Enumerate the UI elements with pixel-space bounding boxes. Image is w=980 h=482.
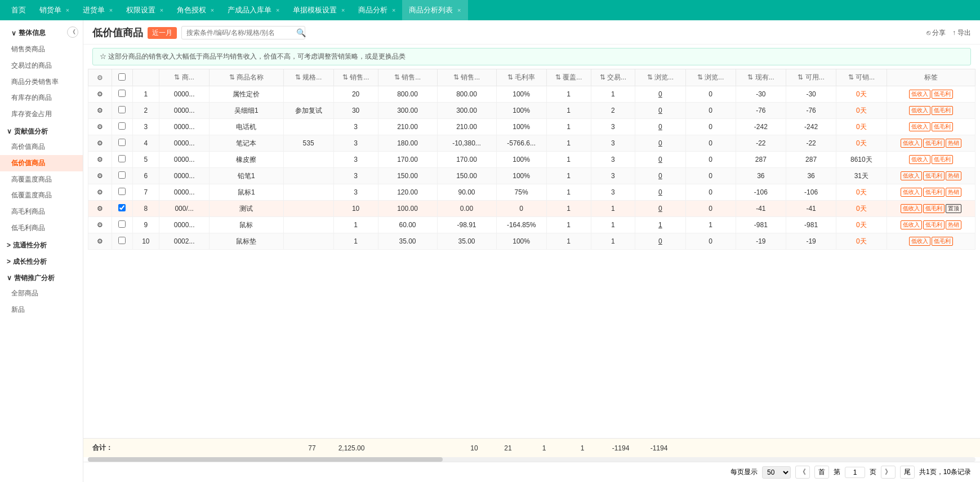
row-gear[interactable]: ⚙ bbox=[88, 168, 112, 184]
search-icon[interactable]: 🔍 bbox=[296, 28, 306, 37]
nav-permission[interactable]: 权限设置 × bbox=[119, 0, 170, 20]
row-checkbox-cell[interactable] bbox=[112, 86, 133, 103]
nav-close-purchase[interactable]: × bbox=[109, 7, 113, 14]
sidebar-group-overall[interactable]: ∨ 整体信息 bbox=[5, 24, 52, 40]
sidebar-item-high-profit[interactable]: 高毛利商品 bbox=[0, 204, 83, 220]
row-gear[interactable]: ⚙ bbox=[88, 217, 112, 233]
nav-close-product[interactable]: × bbox=[276, 7, 279, 14]
browse1-link[interactable]: 1 bbox=[658, 221, 662, 229]
nav-close-sales[interactable]: × bbox=[66, 7, 69, 14]
nav-home[interactable]: 首页 bbox=[5, 0, 33, 20]
row-checkbox-cell[interactable] bbox=[112, 119, 133, 135]
th-stock1[interactable]: ⇅ 现有... bbox=[736, 69, 786, 86]
th-check[interactable] bbox=[112, 69, 133, 86]
table-container[interactable]: ⚙ ⇅ 商... ⇅ 商品名称 ⇅ 规格... ⇅ 销 bbox=[83, 69, 980, 438]
th-profit-rate[interactable]: ⇅ 毛利率 bbox=[496, 69, 546, 86]
nav-product-analysis-list[interactable]: 商品分析列表 × bbox=[402, 0, 467, 20]
row-browse1[interactable]: 0 bbox=[635, 233, 685, 250]
search-input[interactable] bbox=[181, 26, 305, 39]
row-checkbox[interactable] bbox=[118, 204, 126, 211]
sidebar-item-low-value[interactable]: 低价值商品 bbox=[0, 155, 83, 171]
sidebar-group-contribution[interactable]: ∨ 贡献值分析 bbox=[0, 122, 83, 139]
row-checkbox[interactable] bbox=[118, 122, 126, 130]
row-browse1[interactable]: 0 bbox=[635, 201, 685, 217]
nav-close-role[interactable]: × bbox=[211, 7, 214, 14]
row-gear[interactable]: ⚙ bbox=[88, 233, 112, 250]
th-gear[interactable]: ⚙ bbox=[88, 69, 112, 86]
row-browse1[interactable]: 0 bbox=[635, 86, 685, 103]
row-browse1[interactable]: 0 bbox=[635, 152, 685, 168]
row-checkbox[interactable] bbox=[118, 188, 126, 195]
time-filter-btn[interactable]: 近一月 bbox=[148, 27, 177, 39]
sidebar-item-traded-goods[interactable]: 交易过的商品 bbox=[0, 58, 83, 74]
row-browse1[interactable]: 0 bbox=[635, 119, 685, 135]
share-btn[interactable]: ⎋ 分享 bbox=[926, 28, 946, 38]
browse1-link[interactable]: 0 bbox=[658, 188, 662, 196]
sidebar-group-marketing[interactable]: ∨ 营销推广分析 bbox=[0, 269, 83, 285]
row-checkbox[interactable] bbox=[118, 171, 126, 179]
sidebar-item-sales-goods[interactable]: 销售类商品 bbox=[0, 41, 83, 58]
row-gear[interactable]: ⚙ bbox=[88, 103, 112, 119]
sidebar-item-low-coverage[interactable]: 低覆盖度商品 bbox=[0, 187, 83, 204]
next-page-btn[interactable]: 》 bbox=[881, 466, 896, 479]
sidebar-group-growth[interactable]: > 成长性分析 bbox=[0, 253, 83, 269]
sidebar-item-category-sales-rate[interactable]: 商品分类销售率 bbox=[0, 74, 83, 90]
page-size-select[interactable]: 50 100 200 bbox=[762, 466, 791, 479]
nav-close-template[interactable]: × bbox=[341, 7, 345, 14]
browse1-link[interactable]: 0 bbox=[658, 172, 662, 180]
row-browse1[interactable]: 0 bbox=[635, 184, 685, 201]
th-sellable[interactable]: ⇅ 可销... bbox=[836, 69, 887, 86]
browse1-link[interactable]: 0 bbox=[658, 123, 662, 131]
th-sale-avg[interactable]: ⇅ 销售... bbox=[437, 69, 496, 86]
browse1-link[interactable]: 0 bbox=[658, 107, 662, 114]
row-checkbox[interactable] bbox=[118, 155, 126, 162]
th-stock2[interactable]: ⇅ 可用... bbox=[786, 69, 836, 86]
sidebar-item-high-value[interactable]: 高价值商品 bbox=[0, 139, 83, 155]
th-code[interactable]: ⇅ 商... bbox=[159, 69, 210, 86]
th-browse1[interactable]: ⇅ 浏览... bbox=[635, 69, 685, 86]
row-checkbox[interactable] bbox=[118, 237, 126, 244]
row-checkbox[interactable] bbox=[118, 90, 126, 97]
row-checkbox-cell[interactable] bbox=[112, 152, 133, 168]
row-browse1[interactable]: 0 bbox=[635, 135, 685, 152]
th-spec[interactable]: ⇅ 规格... bbox=[283, 69, 333, 86]
first-page-btn[interactable]: 《 bbox=[795, 466, 810, 479]
select-all-checkbox[interactable] bbox=[118, 73, 126, 81]
browse1-link[interactable]: 0 bbox=[658, 205, 662, 213]
row-checkbox[interactable] bbox=[118, 220, 126, 228]
last-page-btn[interactable]: 尾 bbox=[900, 466, 915, 479]
th-name[interactable]: ⇅ 商品名称 bbox=[210, 69, 283, 86]
row-checkbox-cell[interactable] bbox=[112, 135, 133, 152]
row-checkbox-cell[interactable] bbox=[112, 217, 133, 233]
sidebar-item-all-goods[interactable]: 全部商品 bbox=[0, 285, 83, 302]
row-gear[interactable]: ⚙ bbox=[88, 184, 112, 201]
sidebar-collapse-btn[interactable]: 《 bbox=[67, 26, 78, 38]
prev-page-btn[interactable]: 首 bbox=[814, 466, 829, 479]
sidebar-item-high-coverage[interactable]: 高覆盖度商品 bbox=[0, 171, 83, 188]
row-checkbox-cell[interactable] bbox=[112, 233, 133, 250]
row-checkbox[interactable] bbox=[118, 106, 126, 113]
nav-purchase-order[interactable]: 进货单 × bbox=[76, 0, 119, 20]
browse1-link[interactable]: 0 bbox=[658, 156, 662, 163]
row-browse1[interactable]: 0 bbox=[635, 103, 685, 119]
browse1-link[interactable]: 0 bbox=[658, 237, 662, 245]
row-gear[interactable]: ⚙ bbox=[88, 119, 112, 135]
row-checkbox[interactable] bbox=[118, 139, 126, 146]
row-gear[interactable]: ⚙ bbox=[88, 135, 112, 152]
nav-role-auth[interactable]: 角色授权 × bbox=[170, 0, 221, 20]
row-gear[interactable]: ⚙ bbox=[88, 201, 112, 217]
nav-product-entry[interactable]: 产成品入库单 × bbox=[221, 0, 286, 20]
row-browse1[interactable]: 0 bbox=[635, 168, 685, 184]
th-trade[interactable]: ⇅ 交易... bbox=[591, 69, 635, 86]
th-coverage[interactable]: ⇅ 覆盖... bbox=[546, 69, 591, 86]
browse1-link[interactable]: 0 bbox=[658, 139, 662, 147]
row-checkbox-cell[interactable] bbox=[112, 103, 133, 119]
nav-close-analysis[interactable]: × bbox=[392, 7, 395, 14]
nav-sales-order[interactable]: 销货单 × bbox=[33, 0, 76, 20]
nav-product-analysis[interactable]: 商品分析 × bbox=[351, 0, 402, 20]
row-checkbox-cell[interactable] bbox=[112, 184, 133, 201]
sidebar-item-low-profit[interactable]: 低毛利商品 bbox=[0, 220, 83, 236]
th-sale-qty[interactable]: ⇅ 销售... bbox=[333, 69, 378, 86]
nav-close-permission[interactable]: × bbox=[160, 7, 163, 14]
export-btn[interactable]: ↑ 导出 bbox=[952, 28, 971, 38]
